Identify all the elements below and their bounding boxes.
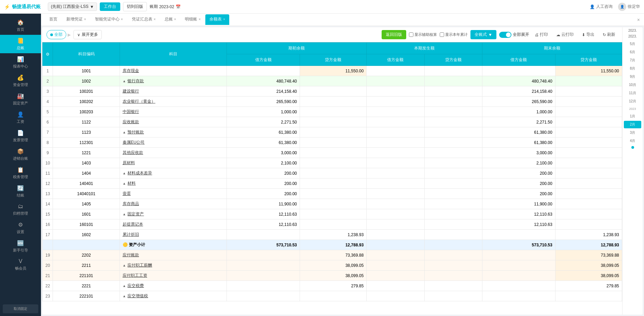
subject-link[interactable]: 库存商品 xyxy=(123,201,139,206)
month-10[interactable]: 10月 xyxy=(624,81,641,89)
month-6[interactable]: 6月 xyxy=(624,48,641,56)
subject-link[interactable]: 壹蛋 xyxy=(123,191,131,196)
subject-name[interactable]: ▲ 固定资产 xyxy=(120,209,227,219)
subject-link[interactable]: 中国银行 xyxy=(123,109,139,114)
tab-home[interactable]: 首页 xyxy=(45,14,61,25)
subject-link[interactable]: 秦属EU公司 xyxy=(123,140,145,145)
consultant-area[interactable]: 👤 人工咨询 xyxy=(590,4,613,10)
tab-voucher-summary-close[interactable]: × xyxy=(154,17,156,21)
tab-new-voucher-close[interactable]: × xyxy=(84,17,86,21)
tab-voucher-summary[interactable]: 凭证汇总表 × xyxy=(128,14,160,25)
tab-detail-ledger-close[interactable]: × xyxy=(198,17,201,21)
month-1[interactable]: 1月 xyxy=(624,113,641,120)
subject-name[interactable]: ▲ 预付账款 xyxy=(120,127,227,138)
company-selector[interactable]: (先前) 江西股业-LSS ▼ xyxy=(48,2,97,11)
subject-link[interactable]: 应付账款 xyxy=(123,253,139,257)
subject-link[interactable]: 预付账款 xyxy=(127,130,144,134)
subject-link[interactable]: 应付职工工资 xyxy=(123,273,147,278)
tab-bar-close-button[interactable]: × xyxy=(637,17,640,23)
subject-name[interactable]: 壹蛋 xyxy=(120,189,227,199)
subject-name[interactable]: ▲ 材料 xyxy=(120,178,227,189)
subject-name[interactable]: 累计折旧 xyxy=(120,230,227,240)
subject-link[interactable]: 其他应收款 xyxy=(123,150,143,155)
switch-version-button[interactable]: 切到旧版 xyxy=(123,2,147,11)
sidebar-item-reports[interactable]: 📊 报表中心 xyxy=(0,53,41,72)
subject-name[interactable]: 中国银行 xyxy=(120,107,227,117)
month-9[interactable]: 9月 xyxy=(624,73,641,81)
full-mode-button[interactable]: 全账式 ▼ xyxy=(470,30,496,39)
subject-link[interactable]: 建设银行 xyxy=(123,89,139,94)
checkbox-ytd-input[interactable] xyxy=(440,32,444,37)
month-3[interactable]: 3月 xyxy=(624,129,641,137)
tab-new-voucher[interactable]: 新增凭证 × xyxy=(62,14,90,25)
subject-link[interactable]: 起提票记本 xyxy=(123,222,143,227)
sidebar-item-capital[interactable]: 💰 资金管理 xyxy=(0,72,41,90)
month-5[interactable]: 5月 xyxy=(624,40,641,48)
sidebar-item-settings[interactable]: ⚙ 设置 xyxy=(0,219,41,237)
expand-all-toggle[interactable]: 全部展开 xyxy=(499,32,529,38)
subject-name[interactable]: 库存商品 xyxy=(120,199,227,209)
tab-ledger[interactable]: 总账 × xyxy=(161,14,180,25)
month-7[interactable]: 7月 xyxy=(624,57,641,64)
workbench-button[interactable]: 工作台 xyxy=(100,2,120,11)
sidebar-item-archive[interactable]: 🗂 归档管理 xyxy=(0,201,41,219)
subject-link[interactable]: 应收账款 xyxy=(123,119,139,124)
export-button[interactable]: ⬇ 导出 xyxy=(579,30,597,39)
expand-button[interactable]: ∨ 展开更多 xyxy=(73,30,102,39)
sidebar-item-fixed-assets[interactable]: 🏭 固定资产 xyxy=(0,90,41,109)
tab-balance-sheet[interactable]: 余额表 × xyxy=(205,14,229,25)
month-2[interactable]: 2月 xyxy=(624,121,641,128)
subject-name[interactable]: 其他应收款 xyxy=(120,148,227,158)
subject-name[interactable]: 应收账款 xyxy=(120,117,227,127)
checkbox-assist[interactable]: 显示辅助核算 xyxy=(409,32,437,37)
sidebar-item-ledger[interactable]: 📒 总账 xyxy=(0,35,41,53)
sidebar-item-purchase-sales[interactable]: 📦 进销台账 xyxy=(0,145,41,164)
return-button[interactable]: 返回旧版 xyxy=(382,30,406,39)
month-12[interactable]: 12月 xyxy=(624,98,641,105)
user-area[interactable]: 👤 徐淀华 xyxy=(618,3,640,11)
subject-name[interactable]: 秦属EU公司 xyxy=(120,138,227,148)
subject-name[interactable]: ▲ 银行存款 xyxy=(120,76,227,86)
calendar-icon[interactable]: 📅 xyxy=(176,4,181,9)
checkbox-assist-input[interactable] xyxy=(409,32,413,37)
sidebar-item-settlement[interactable]: 🔄 结账 xyxy=(0,182,41,201)
subject-name[interactable]: 🟡 资产小计 xyxy=(120,240,227,250)
subject-link[interactable]: 固定资产 xyxy=(127,212,144,216)
subject-name[interactable]: 原材料 xyxy=(120,158,227,168)
subject-name[interactable]: ▲ 应交增值税 xyxy=(120,291,227,301)
subject-link[interactable]: 应交增值税 xyxy=(127,293,148,298)
subject-link[interactable]: 银行存款 xyxy=(127,78,144,83)
subject-name[interactable]: 建设银行 xyxy=(120,86,227,97)
subject-link[interactable]: 材料成本差异 xyxy=(127,171,152,175)
subject-link[interactable]: 原材料 xyxy=(123,160,135,165)
checkbox-ytd[interactable]: 显示本年累计 xyxy=(440,32,468,37)
sidebar-item-home[interactable]: 🏠 首页 xyxy=(0,16,41,35)
cloud-print-button[interactable]: ☁ 云打印 xyxy=(553,30,576,39)
filter-all[interactable]: 全部 xyxy=(46,30,66,39)
subject-link[interactable]: 应交税费 xyxy=(127,283,144,288)
subject-name[interactable]: ▲ 应交税费 xyxy=(120,281,227,291)
sidebar-item-invoice[interactable]: 📄 发票管理 xyxy=(0,127,41,145)
sidebar-item-tax[interactable]: 📋 税务管理 xyxy=(0,164,41,182)
tab-smart-verify[interactable]: 智能凭证中心 × xyxy=(91,14,127,25)
subject-link[interactable]: 农业银行（黄金） xyxy=(123,99,155,104)
subject-name[interactable]: ▲ 材料成本差异 xyxy=(120,168,227,178)
month-11[interactable]: 11月 xyxy=(624,89,641,97)
settings-col-header[interactable]: ⚙ xyxy=(43,43,53,66)
subject-name[interactable]: 农业银行（黄金） xyxy=(120,97,227,107)
tab-detail-ledger[interactable]: 明细账 × xyxy=(181,14,205,25)
tab-balance-sheet-close[interactable]: × xyxy=(223,17,225,21)
cancel-fixed-button[interactable]: 取消固定 xyxy=(3,304,38,313)
sidebar-item-guide[interactable]: 🆕 新手引导 xyxy=(0,237,41,256)
subject-name[interactable]: 库存现金 xyxy=(120,66,227,76)
sidebar-item-member[interactable]: V 畅会员 xyxy=(0,256,41,274)
month-8[interactable]: 8月 xyxy=(624,65,641,72)
subject-link[interactable]: 材料 xyxy=(127,181,136,186)
refresh-button[interactable]: ↻ 刷新 xyxy=(600,30,618,39)
print-button[interactable]: 🖨 打印 xyxy=(532,30,551,39)
sidebar-item-payroll[interactable]: 👤 工资 xyxy=(0,109,41,127)
subject-name[interactable]: 应付账款 xyxy=(120,250,227,260)
month-4[interactable]: 4月 xyxy=(624,137,641,145)
subject-name[interactable]: 应付职工工资 xyxy=(120,271,227,281)
subject-name[interactable]: 起提票记本 xyxy=(120,219,227,230)
